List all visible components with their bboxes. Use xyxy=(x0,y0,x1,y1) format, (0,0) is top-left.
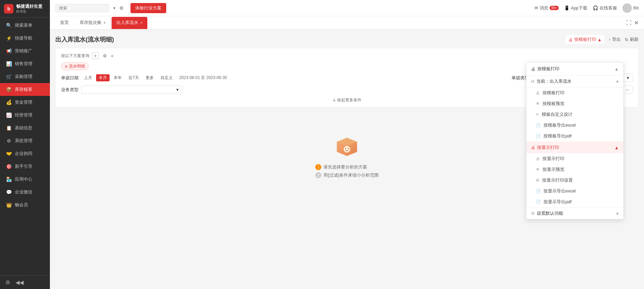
message-icon: ✉ xyxy=(534,5,538,10)
display-print-icon: 🖨 xyxy=(536,156,540,161)
dropdown-display-excel-item[interactable]: 📄 按显示导出excel xyxy=(526,186,623,196)
search-chevron-icon[interactable]: ▾ xyxy=(113,6,115,10)
date-tab-more[interactable]: 更多 xyxy=(143,74,156,81)
sales-icon: 📊 xyxy=(5,61,12,67)
filter-add-btn[interactable]: + xyxy=(92,52,99,59)
date-tab-custom[interactable]: 自定义 xyxy=(158,74,175,81)
sidebar-item-sales[interactable]: 📊 销售管理 xyxy=(0,57,50,70)
dropdown-title: 🖨 按模板打印 xyxy=(531,66,559,72)
current-chevron-icon: ▾ xyxy=(616,79,619,84)
tab-close-all-icon[interactable]: ✕ xyxy=(634,20,639,26)
export-icon: ↑ xyxy=(609,37,611,42)
industry-btn[interactable]: 体验行业方案 xyxy=(130,3,166,13)
empty-illustration xyxy=(333,132,360,159)
filter-biz-type-field: 业务类型 ▾ xyxy=(61,85,182,94)
content-area: 出入库流水(流水明细) 🖨 按模板打印 ▲ ↑ 导出 ↻ 刷新 xyxy=(50,30,644,289)
dropdown-current-header[interactable]: ⊟ 当前：出入库流水 ▾ xyxy=(526,76,623,87)
dropdown-display-section: 🖨 按显示打印 ▲ 🖨 按显示打印 👁 按显示预览 ⚙ 按显示打印设置 xyxy=(526,142,623,208)
dropdown-display-settings-item[interactable]: ⚙ 按显示打印设置 xyxy=(526,175,623,186)
sidebar-item-operation[interactable]: 📈 经营管理 xyxy=(0,109,50,122)
search-icon: 🔍 xyxy=(5,23,12,28)
hint-item-1: 1 请先选择要分析的方案 xyxy=(315,164,378,170)
dropdown-template-excel-item[interactable]: 📄 按模板导出excel xyxy=(526,120,623,131)
user-avatar[interactable]: Rit xyxy=(622,3,639,13)
sidebar-item-marketing[interactable]: 📢 营销推广 xyxy=(0,45,50,57)
dropdown-template-print-item[interactable]: 🖨 按模板打印 xyxy=(526,87,623,98)
wechat-icon: 💬 xyxy=(5,189,12,195)
customer-service-btn[interactable]: 🎧 在线客服 xyxy=(593,5,617,11)
topbar-right: ✉ 消息 99+ 📱 App下载 🎧 在线客服 Rit xyxy=(534,3,639,13)
dropdown-template-section: 🖨 按模板打印 👁 按模板预览 ✏ 模板自定义设计 📄 按模板导出excel 📄 xyxy=(526,87,623,142)
tab-flow[interactable]: 出入库流水 × xyxy=(112,17,147,29)
dropdown-display-pdf-item[interactable]: 📄 按显示导出pdf xyxy=(526,196,623,207)
sidebar-item-basic[interactable]: 📋 基础信息 xyxy=(0,122,50,134)
sidebar-item-system[interactable]: ⚙ 系统管理 xyxy=(0,134,50,147)
dropdown-close-icon[interactable]: ▲ xyxy=(614,67,619,72)
page-title: 出入库流水(流水明细) xyxy=(55,35,114,44)
dropdown-template-pdf-item[interactable]: 📄 按模板导出pdf xyxy=(526,131,623,141)
sidebar-item-purchase[interactable]: 🛒 采购管理 xyxy=(0,70,50,83)
dropdown-current-section: ⊟ 当前：出入库流水 ▾ xyxy=(526,76,623,87)
tab-batch-close-icon[interactable]: × xyxy=(104,21,106,25)
current-icon: ⊟ xyxy=(531,79,534,84)
topbar-gear-icon[interactable]: ⚙ xyxy=(119,5,124,11)
filter-collapse-arrow-btn[interactable]: « xyxy=(111,53,114,58)
collab-icon: 🤝 xyxy=(5,151,12,156)
tab-expand-icon[interactable]: ⛶ xyxy=(626,20,632,26)
dropdown-display-preview-item[interactable]: 👁 按显示预览 xyxy=(526,164,623,175)
tab-batch[interactable]: 库存批次账 × xyxy=(75,17,110,29)
date-tab-this-month[interactable]: 本月 xyxy=(96,74,110,81)
default-settings-icon: ⚙ xyxy=(531,211,535,216)
dropdown-template-preview-item[interactable]: 👁 按模板预览 xyxy=(526,98,623,109)
date-tab-this-year[interactable]: 本年 xyxy=(111,74,124,81)
sidebar-item-appstore[interactable]: 🏪 应用中心 xyxy=(0,173,50,186)
sidebar-item-collab[interactable]: 🤝 企业协同 xyxy=(0,147,50,160)
filter-date-tabs: 上月 本月 本年 近7天 更多 自定义 xyxy=(81,74,175,81)
display-preview-icon: 👁 xyxy=(536,167,540,172)
display-section-icon: 🖨 xyxy=(531,145,535,150)
biz-type-select[interactable]: ▾ xyxy=(81,85,182,94)
filter-date-field: 单据日期 上月 本月 本年 近7天 更多 自定义 2023-06-01 至 20… xyxy=(61,74,227,81)
footer-chevron-icon: ▾ xyxy=(616,211,619,216)
dropdown-footer[interactable]: ⚙ 设置默认功能 ▾ xyxy=(526,208,623,219)
template-print-icon: 🖨 xyxy=(536,90,540,95)
sidebar-item-finance[interactable]: 💰 资金管理 xyxy=(0,96,50,109)
template-design-icon: ✏ xyxy=(536,112,539,117)
headset-icon: 🎧 xyxy=(593,5,598,10)
dropdown-template-design-item[interactable]: ✏ 模板自定义设计 xyxy=(526,109,623,120)
sidebar-item-guide[interactable]: 🎯 新手引导 xyxy=(0,160,50,173)
tab-flow-close-icon[interactable]: × xyxy=(140,21,142,25)
template-print-btn[interactable]: 🖨 按模板打印 ▲ xyxy=(566,35,605,44)
refresh-btn[interactable]: ↻ 刷新 xyxy=(625,36,639,43)
message-btn[interactable]: ✉ 消息 99+ xyxy=(534,5,559,11)
date-tab-last-month[interactable]: 上月 xyxy=(81,74,95,81)
hint-num-2: 2 xyxy=(315,172,321,178)
filter-gear-btn[interactable]: ⚙ xyxy=(101,52,108,59)
filter-tag-water[interactable]: ⊛ 流水明细 xyxy=(61,62,89,70)
dropdown-display-print-item[interactable]: 🖨 按显示打印 xyxy=(526,153,623,164)
sidebar-item-vip[interactable]: 👑 畅会员 xyxy=(0,199,50,211)
collapse-sidebar-icon[interactable]: ◀◀ xyxy=(16,279,24,286)
settings-icon[interactable]: ⚙ xyxy=(5,279,10,286)
inventory-icon: 📦 xyxy=(5,87,12,92)
quick-icon: ⚡ xyxy=(5,35,12,41)
tab-home[interactable]: 首页 xyxy=(55,17,74,29)
operation-icon: 📈 xyxy=(5,112,12,118)
hint-item-2: 2 用[过滤]条件来缩小分析范围 xyxy=(315,172,378,178)
search-input[interactable] xyxy=(55,4,109,12)
sidebar-item-search[interactable]: 🔍 搜索菜单 xyxy=(0,19,50,32)
app-download-btn[interactable]: 📱 App下载 xyxy=(564,5,587,11)
page-actions: 🖨 按模板打印 ▲ ↑ 导出 ↻ 刷新 xyxy=(566,35,639,44)
tabbar: 首页 库存批次账 × 出入库流水 × ⛶ ✕ xyxy=(50,16,644,30)
export-btn[interactable]: ↑ 导出 xyxy=(609,36,621,43)
date-tab-7days[interactable]: 近7天 xyxy=(126,74,142,81)
sidebar-item-inventory[interactable]: 📦 库存核算 xyxy=(0,83,50,96)
sidebar-item-quick[interactable]: ⚡ 快捷导航 xyxy=(0,32,50,45)
dropdown-display-section-header[interactable]: 🖨 按显示打印 ▲ xyxy=(526,142,623,153)
warehouse-chevron-icon: ··· xyxy=(625,87,629,92)
empty-hints: 1 请先选择要分析的方案 2 用[过滤]条件来缩小分析范围 xyxy=(315,164,378,180)
sidebar-item-wechat[interactable]: 💬 企业微信 xyxy=(0,186,50,199)
page-title-bar: 出入库流水(流水明细) 🖨 按模板打印 ▲ ↑ 导出 ↻ 刷新 xyxy=(55,35,639,44)
sidebar-footer: ⚙ ◀◀ xyxy=(0,275,50,289)
hint-num-1: 1 xyxy=(315,164,321,170)
